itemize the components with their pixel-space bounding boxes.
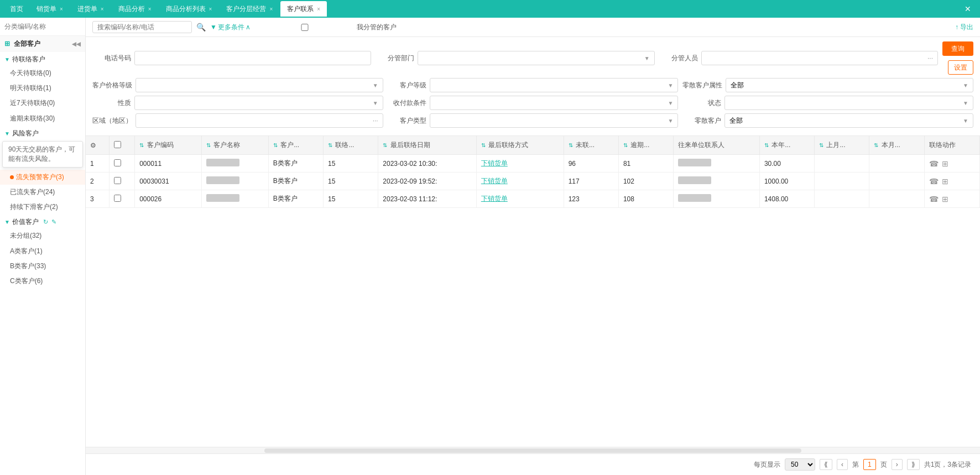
zero-attr-label: 零散客户属性: [682, 81, 722, 90]
cell-last-method[interactable]: 下销货单: [476, 155, 564, 173]
cell-company-contact: [674, 173, 760, 190]
contact-method-link[interactable]: 下销货单: [481, 159, 508, 167]
sidebar-item-class-b[interactable]: B类客户(33): [0, 259, 85, 274]
contact-icon[interactable]: ☎: [929, 195, 939, 203]
horizontal-scrollbar[interactable]: [86, 447, 980, 453]
select-all-checkbox[interactable]: [114, 141, 121, 148]
more-action-icon[interactable]: ⊞: [942, 177, 948, 186]
close-product-analysis-list-icon[interactable]: ×: [209, 6, 212, 12]
cell-checkbox[interactable]: [109, 155, 134, 173]
contact-method-link[interactable]: 下销货单: [481, 177, 508, 185]
all-customers-header[interactable]: ⊞ 全部客户 ◀◀: [0, 36, 85, 52]
sidebar-item-churned[interactable]: 已流失客户(24): [0, 185, 85, 200]
my-customers-checkbox-label[interactable]: 我分管的客户: [255, 23, 397, 32]
more-action-icon[interactable]: ⊞: [942, 159, 948, 168]
more-conditions-button[interactable]: ▼ 更多条件 ∧: [210, 23, 251, 32]
query-button[interactable]: 查询: [942, 41, 973, 56]
row-checkbox[interactable]: [114, 195, 121, 202]
division-dept-select[interactable]: ▼: [418, 51, 654, 65]
cell-last-date: 2023-03-02 10:30:: [378, 155, 477, 173]
close-customer-layer-icon[interactable]: ×: [269, 6, 273, 12]
th-name[interactable]: ⇅ 客户名称: [201, 136, 268, 155]
search-input[interactable]: [92, 21, 192, 33]
settings-button[interactable]: 设置: [948, 60, 973, 75]
zero-attr-arrow-icon: ▼: [963, 82, 968, 88]
cell-last-method[interactable]: 下销货单: [476, 190, 564, 208]
cell-uncontact: 117: [564, 173, 618, 190]
filter-cell-phone: 电话号码: [92, 51, 371, 65]
tab-sales-order[interactable]: 销货单 ×: [30, 1, 70, 17]
th-code[interactable]: ⇅ 客户编码: [135, 136, 202, 155]
zero-customer-select[interactable]: 全部 ▼: [724, 113, 973, 128]
status-select[interactable]: ▼: [724, 96, 973, 110]
row-checkbox[interactable]: [114, 159, 121, 166]
region-dots[interactable]: ···: [373, 117, 378, 124]
collapse-sidebar-icon[interactable]: ◀◀: [72, 41, 81, 47]
sidebar-item-class-a[interactable]: A类客户(1): [0, 244, 85, 259]
sidebar-item-7day-contact[interactable]: 近7天待联络(0): [0, 96, 85, 111]
close-product-analysis-icon[interactable]: ×: [148, 6, 152, 12]
edit-icon[interactable]: ✎: [51, 218, 56, 226]
division-person-select[interactable]: ···: [701, 51, 938, 65]
blurred-contact: [678, 194, 711, 202]
prev-page-button[interactable]: ‹: [837, 459, 848, 470]
pending-contact-group[interactable]: ▼ 待联络客户: [0, 52, 85, 66]
refresh-icon[interactable]: ↻: [43, 218, 48, 226]
tab-purchase-order[interactable]: 进货单 ×: [71, 1, 111, 17]
contact-icon[interactable]: ☎: [929, 159, 939, 168]
per-page-select[interactable]: 50 100: [785, 458, 815, 471]
table-header-row: ⚙ ⇅ 客户编码 ⇅ 客户名称 ⇅ 客户...: [86, 136, 980, 155]
phone-input[interactable]: [134, 51, 371, 65]
close-sales-order-icon[interactable]: ×: [60, 6, 63, 12]
my-customers-checkbox[interactable]: [255, 24, 355, 31]
search-button-icon[interactable]: 🔍: [196, 23, 206, 32]
sidebar-item-today-contact[interactable]: 今天待联络(0): [0, 66, 85, 81]
value-customer-group[interactable]: ▼ 价值客户 ↻ ✎: [0, 215, 85, 228]
home-tab[interactable]: 首页: [4, 4, 29, 14]
next-page-button[interactable]: ›: [892, 459, 903, 470]
first-page-button[interactable]: ⟪: [820, 459, 832, 470]
th-settings[interactable]: ⚙: [86, 136, 109, 155]
division-person-dots[interactable]: ···: [927, 54, 933, 62]
sort-method-icon: ⇅: [481, 142, 486, 148]
cell-checkbox[interactable]: [109, 190, 134, 208]
close-all-icon[interactable]: ✕: [960, 4, 976, 13]
cell-code: 000026: [135, 190, 202, 208]
sidebar-item-declining[interactable]: 持续下滑客户(2): [0, 200, 85, 215]
cell-contact: 15: [324, 173, 378, 190]
price-level-select[interactable]: ▼: [135, 78, 383, 92]
zero-attr-select[interactable]: 全部 ▼: [726, 78, 973, 92]
cell-last-date: 2023-02-03 11:12:: [378, 190, 477, 208]
sidebar-item-class-c[interactable]: C类客户(6): [0, 274, 85, 289]
risk-customer-group[interactable]: ▼ 风险客户: [0, 126, 85, 140]
tab-product-analysis[interactable]: 商品分析 ×: [112, 1, 158, 17]
customer-type-select[interactable]: ▼: [430, 113, 679, 128]
sort-overdue-icon: ⇅: [623, 142, 628, 148]
last-page-button[interactable]: ⟫: [907, 459, 920, 470]
sidebar-item-tomorrow-contact[interactable]: 明天待联络(1): [0, 81, 85, 96]
sidebar-item-overdue-contact[interactable]: 逾期未联络(30): [0, 111, 85, 126]
close-customer-contact-icon[interactable]: ×: [317, 6, 320, 12]
cell-last-method[interactable]: 下销货单: [476, 173, 564, 190]
filter-cell-gender: 性质 ▼: [92, 96, 383, 110]
scroll-track: [264, 448, 801, 453]
filter-cell-status: 状态 ▼: [682, 96, 973, 110]
contact-method-link[interactable]: 下销货单: [481, 195, 508, 202]
region-select[interactable]: ···: [135, 113, 383, 128]
gender-select[interactable]: ▼: [134, 96, 383, 110]
tab-customer-layer[interactable]: 客户分层经营 ×: [220, 1, 279, 17]
row-checkbox[interactable]: [114, 177, 121, 184]
page-label: 第: [852, 460, 859, 469]
sidebar-item-ungrouped[interactable]: 未分组(32): [0, 228, 85, 243]
sidebar-search-input[interactable]: [4, 23, 86, 30]
tab-product-analysis-list[interactable]: 商品分析列表 ×: [159, 1, 219, 17]
close-purchase-order-icon[interactable]: ×: [101, 6, 104, 12]
customer-level-select[interactable]: ▼: [430, 78, 679, 92]
export-button[interactable]: ↑ 导出: [955, 23, 973, 32]
tab-customer-contact[interactable]: 客户联系 ×: [280, 1, 327, 17]
cell-checkbox[interactable]: [109, 173, 134, 190]
more-action-icon[interactable]: ⊞: [942, 195, 948, 203]
payment-select[interactable]: ▼: [430, 96, 679, 110]
sidebar-item-churn-warning[interactable]: 流失预警客户(3): [0, 170, 85, 185]
contact-icon[interactable]: ☎: [929, 177, 939, 186]
